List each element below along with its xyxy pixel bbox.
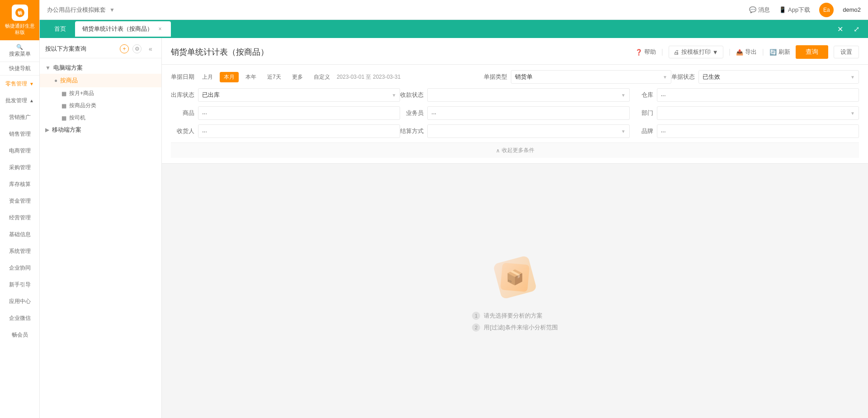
tree-group-desktop[interactable]: ▼ 电脑端方案 bbox=[40, 62, 161, 74]
sidebar-item-label: 采购管理 bbox=[9, 164, 31, 171]
message-action[interactable]: 💬 消息 bbox=[749, 6, 770, 14]
product-input[interactable]: ··· bbox=[198, 106, 400, 120]
add-scheme-button[interactable]: + bbox=[120, 44, 129, 53]
doc-status-select[interactable]: 已生效 ▼ bbox=[698, 70, 859, 84]
sidebar-item-guide[interactable]: 新手引导 bbox=[0, 276, 39, 293]
sidebar-item-operations[interactable]: 经营管理 bbox=[0, 209, 39, 226]
date-btn-7days[interactable]: 近7天 bbox=[263, 72, 285, 82]
sidebar-item-sales[interactable]: 销售管理 bbox=[0, 126, 39, 142]
separator3: | bbox=[762, 48, 764, 56]
warehouse-input[interactable]: ··· bbox=[657, 88, 859, 102]
doc-type-select[interactable]: 销货单 ▼ bbox=[511, 70, 671, 84]
quick-nav-label: 快捷导航 bbox=[9, 65, 31, 71]
left-panel-header: 按以下方案查询 + ⚙ « bbox=[40, 38, 161, 58]
export-button[interactable]: 📤 导出 bbox=[736, 48, 757, 56]
tree-toggle-icon: ▶ bbox=[45, 127, 49, 133]
tabbar: 首页 销货单统计计表（按商品） × ✕ ⤢ bbox=[40, 20, 868, 38]
tab-close-button[interactable]: × bbox=[156, 25, 164, 33]
collapse-label: 收起更多条件 bbox=[502, 147, 534, 154]
sidebar-item-enterprise[interactable]: 企业协同 bbox=[0, 260, 39, 276]
receipt-status-label: 收款状态 bbox=[400, 91, 424, 99]
page-header-top: 销货单统计计表（按商品） ❓ 帮助 | 🖨 按模板打印 ▼ | bbox=[171, 45, 859, 59]
sidebar-item-system[interactable]: 系统管理 bbox=[0, 243, 39, 260]
sidebar-item-label: 企业微信 bbox=[9, 314, 31, 322]
sidebar-item-retail[interactable]: 零售管理 ▼ bbox=[0, 76, 39, 92]
date-btn-last-month[interactable]: 上月 bbox=[198, 72, 217, 82]
sidebar-item-basic[interactable]: 基础信息 bbox=[0, 226, 39, 243]
recipient-input[interactable]: ··· bbox=[198, 124, 400, 138]
date-btn-custom[interactable]: 自定义 bbox=[310, 72, 334, 82]
sidebar-item-purchase[interactable]: 采购管理 bbox=[0, 159, 39, 176]
sidebar-item-ecommerce[interactable]: 电商管理 bbox=[0, 142, 39, 159]
sidebar-item-label: 应用中心 bbox=[9, 298, 31, 305]
settings-scheme-button[interactable]: ⚙ bbox=[132, 44, 142, 53]
tab-home[interactable]: 首页 bbox=[47, 21, 73, 37]
breadcrumb-dropdown-icon[interactable]: ▼ bbox=[109, 7, 115, 13]
chevron-down-icon: ▼ bbox=[850, 111, 855, 116]
empty-illustration: 📦 bbox=[488, 250, 542, 304]
refresh-button[interactable]: 🔄 刷新 bbox=[769, 48, 790, 56]
user-avatar[interactable]: Ea bbox=[819, 3, 834, 17]
sidebar-item-apps[interactable]: 应用中心 bbox=[0, 293, 39, 310]
sidebar-item-inventory[interactable]: 库存核算 bbox=[0, 176, 39, 193]
sidebar-item-finance[interactable]: 资金管理 bbox=[0, 193, 39, 209]
scheme-icon: ● bbox=[54, 77, 57, 84]
date-btn-this-month[interactable]: 本月 bbox=[220, 72, 239, 82]
query-button[interactable]: 查询 bbox=[796, 45, 828, 59]
logo-area[interactable]: 畅 畅捷通好生意 标版 bbox=[0, 0, 39, 40]
tree-subitem-by-category[interactable]: ▦ 按商品分类 bbox=[40, 100, 161, 112]
sidebar-quick-nav[interactable]: 快捷导航 bbox=[0, 62, 39, 76]
separator: | bbox=[661, 48, 663, 56]
topbar: 办公用品行业模拟账套 ▼ 💬 消息 📱 App下载 Ea demo2 bbox=[40, 0, 868, 20]
tree-group-mobile[interactable]: ▶ 移动端方案 bbox=[40, 124, 161, 136]
tree-item-by-product[interactable]: ● 按商品 bbox=[40, 74, 161, 87]
warehouse-dots: ··· bbox=[661, 92, 666, 99]
left-panel-title: 按以下方案查询 bbox=[45, 45, 116, 53]
sidebar-search-label: 搜索菜单 bbox=[0, 50, 39, 58]
sidebar-item-wholesale[interactable]: 批发管理 ▲ bbox=[0, 92, 39, 109]
window-close-button[interactable]: ✕ bbox=[834, 23, 846, 35]
page-actions: ❓ 帮助 | 🖨 按模板打印 ▼ | 📤 导出 bbox=[635, 45, 859, 59]
help-button[interactable]: ❓ 帮助 bbox=[635, 48, 656, 56]
tab-active[interactable]: 销货单统计计表（按商品） × bbox=[75, 21, 171, 37]
payment-method-select[interactable]: ▼ bbox=[427, 124, 629, 138]
collapse-bar[interactable]: ∧ 收起更多条件 bbox=[171, 142, 859, 158]
date-btn-more[interactable]: 更多 bbox=[288, 72, 307, 82]
date-label: 单据日期 bbox=[171, 73, 194, 81]
chevron-down-icon: ▼ bbox=[392, 93, 396, 98]
chevron-up-icon: ∧ bbox=[496, 147, 500, 154]
sidebar-search[interactable]: 🔍 搜索菜单 bbox=[0, 40, 39, 62]
out-status-select[interactable]: 已出库 ▼ bbox=[198, 88, 400, 102]
sidebar-item-label: 销售管理 bbox=[9, 130, 31, 138]
tree-subitem-by-cashier[interactable]: ▦ 按司机 bbox=[40, 112, 161, 124]
sidebar-item-marketing[interactable]: 营销推广 bbox=[0, 109, 39, 126]
brand-input[interactable]: ··· bbox=[657, 124, 859, 138]
filter-brand: 品牌 ··· bbox=[630, 124, 859, 138]
sidebar-item-vip[interactable]: 畅会员 bbox=[0, 327, 39, 343]
settings-button[interactable]: 设置 bbox=[834, 46, 859, 58]
sidebar-item-label: 电商管理 bbox=[9, 147, 31, 155]
content-area: 按以下方案查询 + ⚙ « ▼ 电脑端方案 ● 按商品 ▦ 按月+商品 bbox=[40, 38, 868, 418]
template-print-button[interactable]: 🖨 按模板打印 ▼ bbox=[669, 46, 723, 58]
template-print-label: 按模板打印 bbox=[681, 48, 711, 56]
salesperson-input[interactable]: ··· bbox=[427, 106, 629, 120]
user-name[interactable]: demo2 bbox=[843, 6, 861, 13]
sidebar-item-wechat[interactable]: 企业微信 bbox=[0, 310, 39, 327]
window-maximize-button[interactable]: ⤢ bbox=[850, 23, 863, 35]
page-title: 销货单统计计表（按商品） bbox=[171, 47, 269, 57]
print-icon: 🖨 bbox=[674, 49, 679, 56]
app-download-action[interactable]: 📱 App下载 bbox=[779, 6, 810, 14]
empty-face-icon: 📦 bbox=[506, 269, 524, 286]
tree-group-mobile-label: 移动端方案 bbox=[52, 126, 81, 134]
date-btn-this-year[interactable]: 本年 bbox=[241, 72, 260, 82]
doc-type-label: 单据类型 bbox=[484, 73, 507, 81]
hint-num-2: 2 bbox=[472, 323, 480, 332]
collapse-panel-button[interactable]: « bbox=[145, 43, 156, 54]
download-icon: 📱 bbox=[779, 6, 786, 13]
tree-subitem-by-month-product[interactable]: ▦ 按月+商品 bbox=[40, 87, 161, 100]
filter-recipient: 收货人 ··· bbox=[171, 124, 400, 138]
empty-hints: 1 请先选择要分析的方案 2 用[过滤]条件来缩小分析范围 bbox=[472, 312, 557, 332]
filter-warehouse: 仓库 ··· bbox=[630, 88, 859, 102]
dept-select[interactable]: ▼ bbox=[657, 106, 859, 120]
receipt-status-select[interactable]: ▼ bbox=[427, 88, 629, 102]
